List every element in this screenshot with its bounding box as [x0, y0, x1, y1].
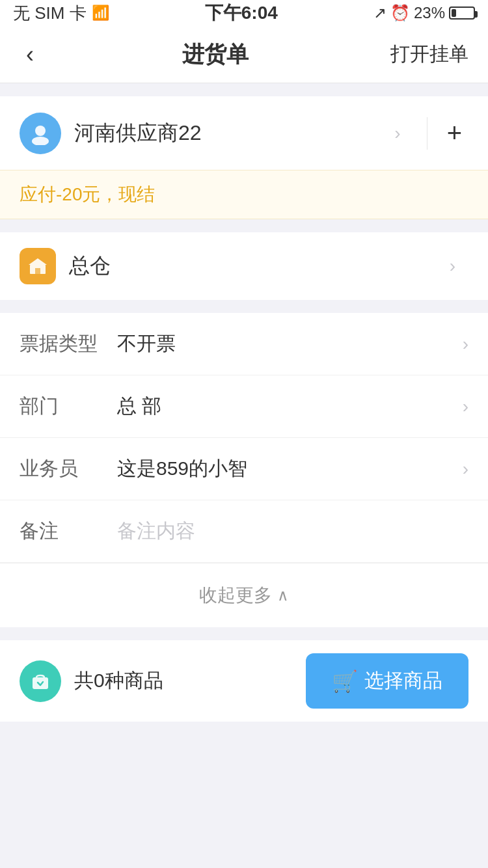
- staff-row[interactable]: 业务员 这是859的小智 ›: [0, 438, 488, 500]
- supplier-row[interactable]: 河南供应商22 › +: [0, 96, 488, 170]
- gap-3: [0, 300, 488, 313]
- collapse-label: 收起更多: [199, 583, 272, 608]
- product-count: 共0种商品: [74, 668, 306, 694]
- carrier-label: 无 SIM 卡: [13, 2, 87, 25]
- staff-chevron-icon: ›: [463, 459, 468, 480]
- wifi-icon: 📶: [92, 5, 109, 21]
- supplier-name: 河南供应商22: [74, 119, 394, 148]
- alarm-icon: ⏰: [390, 4, 410, 22]
- select-product-button[interactable]: 🛒 选择商品: [306, 653, 468, 709]
- remark-label: 备注: [20, 518, 111, 545]
- staff-value: 这是859的小智: [111, 455, 463, 482]
- gap-4: [0, 627, 488, 640]
- svg-point-1: [32, 137, 49, 145]
- product-icon: [20, 660, 61, 702]
- warehouse-row[interactable]: 总仓 ›: [0, 232, 488, 300]
- warehouse-icon: [20, 248, 56, 284]
- svg-rect-5: [33, 677, 48, 689]
- gap-1: [0, 83, 488, 96]
- select-product-icon: 🛒: [332, 669, 358, 694]
- warehouse-chevron-icon: ›: [450, 256, 455, 277]
- dept-chevron-icon: ›: [463, 396, 468, 417]
- open-pending-button[interactable]: 打开挂单: [390, 41, 468, 68]
- svg-rect-4: [35, 268, 40, 274]
- main-content: 河南供应商22 › + 应付-20元，现结 总仓 › 票据: [0, 83, 488, 722]
- battery-percent: 23%: [414, 4, 445, 22]
- supplier-card: 河南供应商22 › + 应付-20元，现结: [0, 96, 488, 219]
- gap-2: [0, 219, 488, 232]
- warehouse-name: 总仓: [69, 252, 450, 280]
- bottom-bar: 共0种商品 🛒 选择商品: [0, 640, 488, 722]
- supplier-chevron-icon: ›: [394, 123, 400, 144]
- status-left: 无 SIM 卡 📶: [13, 2, 109, 25]
- svg-point-0: [35, 126, 46, 136]
- dept-row[interactable]: 部门 总 部 ›: [0, 375, 488, 438]
- nav-bar: ‹ 进货单 打开挂单: [0, 26, 488, 83]
- svg-marker-3: [29, 258, 47, 265]
- staff-label: 业务员: [20, 455, 111, 482]
- page-title: 进货单: [182, 40, 249, 70]
- status-right: ↗ ⏰ 23%: [373, 4, 475, 22]
- supplier-divider: [427, 117, 427, 150]
- collapse-arrow-icon: ∧: [277, 586, 289, 604]
- back-button[interactable]: ‹: [20, 34, 40, 75]
- invoice-chevron-icon: ›: [463, 334, 468, 355]
- remark-row[interactable]: 备注 备注内容: [0, 500, 488, 563]
- form-section: 票据类型 不开票 › 部门 总 部 › 业务员 这是859的小智 › 备注 备注…: [0, 313, 488, 627]
- warehouse-card[interactable]: 总仓 ›: [0, 232, 488, 300]
- status-time: 下午6:04: [205, 1, 278, 25]
- collapse-button[interactable]: 收起更多 ∧: [0, 563, 488, 627]
- notice-text: 应付-20元，现结: [20, 184, 155, 204]
- location-icon: ↗: [373, 4, 386, 22]
- select-product-label: 选择商品: [364, 668, 442, 694]
- dept-value: 总 部: [111, 393, 463, 420]
- remark-input[interactable]: 备注内容: [111, 518, 468, 545]
- add-button[interactable]: +: [441, 112, 468, 154]
- notice-bar: 应付-20元，现结: [0, 170, 488, 219]
- battery-icon: [449, 7, 475, 20]
- invoice-row[interactable]: 票据类型 不开票 ›: [0, 313, 488, 375]
- dept-label: 部门: [20, 393, 111, 420]
- status-bar: 无 SIM 卡 📶 下午6:04 ↗ ⏰ 23%: [0, 0, 488, 26]
- supplier-avatar: [20, 113, 61, 154]
- invoice-value: 不开票: [111, 331, 463, 357]
- invoice-label: 票据类型: [20, 331, 111, 357]
